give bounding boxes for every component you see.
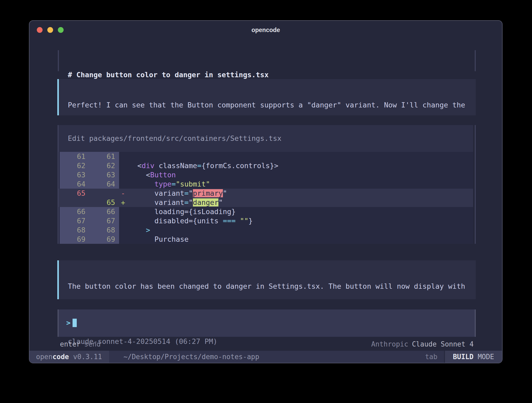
diff-line: 6969 Purchase	[59, 235, 473, 244]
send-label: send	[84, 340, 101, 348]
app-brand: opencodev0.3.11	[29, 351, 109, 363]
enter-key-hint: enter	[60, 340, 80, 348]
message-line: Perfect! I can see that the Button compo…	[68, 100, 470, 110]
tab-key-hint: tab	[425, 351, 437, 363]
model-label: Claude Sonnet 4	[412, 340, 474, 348]
window-title: opencode	[29, 21, 502, 37]
titlebar: opencode	[29, 21, 502, 37]
diff-line: 6363 <Button	[59, 170, 473, 179]
diff-line: 6666 loading={isLoading}	[59, 207, 473, 216]
diff-line: 6161	[59, 152, 473, 161]
provider-label: Anthropic	[371, 340, 408, 348]
opencode-window: opencode # Change button color to danger…	[29, 20, 503, 363]
diff-line: 6262 <div className={formCs.controls}>	[59, 161, 473, 170]
assistant-message-2: The button color has been changed to dan…	[57, 260, 476, 299]
key-hints-row: entersend AnthropicClaude Sonnet 4	[58, 340, 476, 349]
diff-line: 6767 disabled={units === ""}	[59, 216, 473, 225]
brand-open: open	[36, 353, 53, 361]
diff-line: 6464 type="submit"	[59, 179, 473, 189]
text-cursor-block	[73, 319, 77, 327]
assistant-message-1: Perfect! I can see that the Button compo…	[57, 79, 476, 115]
session-title: # Change button color to danger in setti…	[68, 70, 465, 80]
message-line: The button color has been changed to dan…	[68, 282, 470, 291]
mode-indicator: BUILDMODE	[445, 351, 502, 363]
diff-line: 6868 >	[59, 225, 473, 235]
edit-tool-call: Edit packages/frontend/src/containers/Se…	[58, 125, 476, 244]
brand-code: code	[53, 353, 69, 361]
status-bar: opencodev0.3.11 ~/Desktop/Projects/demo-…	[29, 351, 502, 363]
prompt-caret: >	[66, 319, 70, 327]
session-header: # Change button color to danger in setti…	[58, 50, 476, 71]
prompt-input[interactable]: >	[58, 309, 476, 337]
diff-view: 61616262 <div className={formCs.controls…	[59, 152, 473, 244]
edit-tool-header: Edit packages/frontend/src/containers/Se…	[59, 125, 473, 152]
mode-name: BUILD	[453, 353, 473, 361]
app-version: v0.3.11	[73, 353, 102, 361]
diff-line: 65+ variant="danger"	[59, 198, 473, 207]
working-directory: ~/Desktop/Projects/demo-notes-app	[124, 351, 259, 363]
mode-suffix: MODE	[478, 353, 494, 361]
diff-line: 65- variant="primary"	[59, 189, 473, 198]
